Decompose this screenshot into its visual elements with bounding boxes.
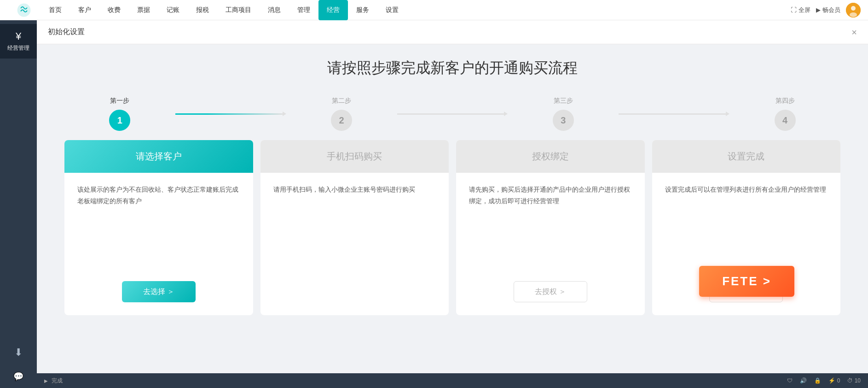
nav-tax[interactable]: 报税	[188, 0, 217, 20]
nav-manage[interactable]: 管理	[289, 0, 318, 20]
close-button[interactable]: ×	[851, 28, 857, 37]
nav-service[interactable]: 服务	[348, 0, 377, 20]
sidebar-item-operation[interactable]: ¥ 经营管理	[0, 24, 37, 59]
card-body-3: 请先购买，购买后选择开通的产品中的企业用户进行授权绑定，成功后即可进行经营管理	[456, 173, 645, 274]
sidebar-item-label: 经营管理	[7, 44, 29, 52]
card-header-4: 设置完成	[652, 140, 841, 173]
connector-3	[619, 112, 729, 116]
step-circle-2: 2	[331, 110, 352, 131]
download-icon: ⬇	[14, 347, 23, 359]
nav-fee[interactable]: 收费	[99, 0, 129, 20]
wizard-card-3: 授权绑定 请先购买，购买后选择开通的产品中的企业用户进行授权绑定，成功后即可进行…	[456, 140, 645, 315]
card-footer-3: 去授权 ＞	[456, 274, 645, 315]
card-header-3: 授权绑定	[456, 140, 645, 173]
nav-home[interactable]: 首页	[41, 0, 70, 20]
step-label-2: 第二步	[332, 97, 351, 105]
step-label-1: 第一步	[110, 97, 129, 105]
step-circle-3: 3	[553, 110, 574, 131]
step-label-4: 第四步	[775, 97, 795, 105]
bottom-bar: ▶ 完成 🛡 🔊 🔒 ⚡ 0 ⏱ 10	[37, 373, 868, 388]
step-item-2: 第二步 2	[286, 97, 397, 131]
step-item-1: 第一步 1	[64, 97, 175, 131]
card-footer-1: 去选择 ＞	[64, 274, 253, 315]
volume-icon: 🔊	[800, 377, 807, 384]
steps-bar: 第一步 1 第二步 2	[64, 97, 840, 131]
nav-customer[interactable]: 客户	[70, 0, 99, 20]
nav-operation[interactable]: 经营	[318, 0, 348, 20]
sidebar: ¥ 经营管理 ⬇ 💬	[0, 20, 37, 388]
wizard-heading: 请按照步骤完成新客户的开通购买流程	[64, 58, 840, 78]
layout: ¥ 经营管理 ⬇ 💬 初始化设置 × 请按照步骤完成新客户的开通购买流程	[0, 20, 868, 388]
wizard-card-2: 手机扫码购买 请用手机扫码，输入小微企业主账号密码进行购买	[260, 140, 449, 315]
play-icon: ▶	[816, 6, 821, 13]
nav-business[interactable]: 工商项目	[217, 0, 260, 20]
step-item-4: 第四步 4	[729, 97, 840, 131]
avatar[interactable]	[846, 3, 861, 18]
fullscreen-icon: ⛶	[791, 6, 797, 13]
nav-bill[interactable]: 票据	[129, 0, 158, 20]
support-icon: 💬	[13, 371, 23, 382]
vip-btn[interactable]: ▶ 畅会员	[816, 6, 840, 14]
fullscreen-label: 全屏	[799, 6, 810, 14]
nav-right: ⛶ 全屏 ▶ 畅会员	[791, 3, 861, 18]
fete-banner[interactable]: FETE >	[699, 266, 794, 297]
nav-message[interactable]: 消息	[260, 0, 289, 20]
step-circle-4: 4	[775, 110, 796, 131]
timer-count: ⏱ 10	[847, 377, 861, 384]
card-body-2: 请用手机扫码，输入小微企业主账号密码进行购买	[260, 173, 449, 295]
status-text: 完成	[52, 377, 63, 385]
fullscreen-btn[interactable]: ⛶ 全屏	[791, 6, 810, 14]
card-btn-3[interactable]: 去授权 ＞	[514, 281, 587, 302]
card-body-4: 设置完成后可以在管理列表进行所有企业用户的经营管理	[652, 173, 841, 274]
sidebar-item-download[interactable]: ⬇	[13, 340, 23, 365]
play-status-icon: ▶	[44, 378, 48, 383]
vip-label: 畅会员	[822, 6, 840, 14]
flash-count: ⚡ 0	[828, 377, 840, 384]
card-header-1: 请选择客户	[64, 140, 253, 173]
wizard-body: 请按照步骤完成新客户的开通购买流程 第一步 1 第二步 2	[37, 44, 868, 373]
main-content: 初始化设置 × 请按照步骤完成新客户的开通购买流程 第一步 1 第	[37, 20, 868, 388]
sidebar-bottom: ⬇ 💬	[13, 340, 23, 388]
page-title: 初始化设置	[48, 27, 85, 37]
svg-point-2	[851, 6, 856, 11]
connector-1	[175, 112, 286, 116]
card-body-1: 该处展示的客户为不在回收站、客户状态正常建账后完成老板端绑定的所有客户	[64, 173, 253, 274]
top-nav: 首页 客户 收费 票据 记账 报税 工商项目 消息 管理 经营 服务 设置 ⛶ …	[0, 0, 868, 20]
card-footer-2	[260, 295, 449, 315]
card-header-2: 手机扫码购买	[260, 140, 449, 173]
connector-2	[397, 112, 508, 116]
yuan-icon: ¥	[16, 30, 21, 42]
sidebar-item-support[interactable]: 💬	[13, 365, 23, 388]
shield-icon: 🛡	[787, 377, 793, 384]
nav-items: 首页 客户 收费 票据 记账 报税 工商项目 消息 管理 经营 服务 设置	[41, 0, 791, 20]
logo[interactable]	[7, 3, 41, 18]
lock-icon: 🔒	[814, 377, 821, 384]
nav-settings[interactable]: 设置	[377, 0, 407, 20]
step-item-3: 第三步 3	[508, 97, 619, 131]
svg-point-3	[850, 12, 857, 17]
wizard-card-1: 请选择客户 该处展示的客户为不在回收站、客户状态正常建账后完成老板端绑定的所有客…	[64, 140, 253, 315]
step-label-3: 第三步	[554, 97, 573, 105]
bottom-bar-right: 🛡 🔊 🔒 ⚡ 0 ⏱ 10	[787, 377, 861, 384]
step-circle-1: 1	[109, 110, 130, 131]
page-header: 初始化设置 ×	[37, 20, 868, 44]
nav-account[interactable]: 记账	[158, 0, 188, 20]
card-btn-1[interactable]: 去选择 ＞	[122, 281, 196, 302]
